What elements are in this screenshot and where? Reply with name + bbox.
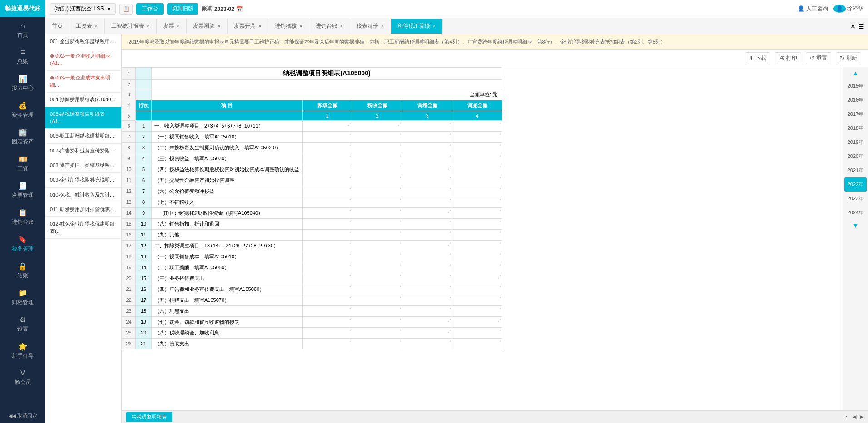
left-item-012[interactable]: 012-减免企业所得税优惠明细表(... bbox=[45, 217, 121, 239]
year-2020[interactable]: 2020年 bbox=[843, 149, 868, 163]
year-2024[interactable]: 2024年 bbox=[843, 206, 868, 220]
consultant-icon: 👤 bbox=[798, 5, 804, 12]
period-selector[interactable]: 账期 2023-02 📅 bbox=[202, 5, 243, 13]
refresh-button[interactable]: ↻ 刷新 bbox=[836, 52, 861, 64]
sidebar-item-closing[interactable]: 🔒 结账 bbox=[0, 257, 45, 284]
sidebar: 畅捷通易代账 ⌂ 首页 ≡ 总账 📊 报表中心 💰 资金管理 🏢 固定资产 💴 … bbox=[0, 0, 45, 423]
sidebar-item-ledger[interactable]: ≡ 总账 bbox=[0, 44, 45, 70]
ledger-icon: ≡ bbox=[20, 48, 25, 56]
year-down-button[interactable]: ▼ bbox=[843, 220, 868, 231]
left-item-002[interactable]: ⊗ 002-一般企业收入明细表(A1... bbox=[45, 49, 121, 71]
year-2021[interactable]: 2021年 bbox=[843, 163, 868, 177]
left-item-001[interactable]: 001-企业所得税年度纳税申... bbox=[45, 34, 121, 49]
col-a bbox=[136, 67, 152, 79]
right-side: 2019年度涉及取以前年度继续数据的申报表单元格需要手工维护正确，才能保证本年及… bbox=[122, 34, 868, 423]
left-item-008[interactable]: 008-资产折旧、摊销及纳税... bbox=[45, 158, 121, 173]
sidebar-item-capital[interactable]: 💰 资金管理 bbox=[0, 97, 45, 123]
app-logo[interactable]: 畅捷通易代账 bbox=[0, 0, 45, 17]
sidebar-item-member[interactable]: V 畅会员 bbox=[0, 364, 45, 391]
scroll-right[interactable]: ▶ bbox=[860, 414, 863, 420]
tab-invoice-calc[interactable]: 发票测算 ✕ bbox=[187, 19, 228, 34]
consultant-button[interactable]: 👤 人工咨询 bbox=[798, 5, 828, 13]
unfix-button[interactable]: ◀◀ 取消固定 bbox=[9, 413, 37, 419]
newguide-icon: 🌟 bbox=[18, 342, 27, 351]
tab-close-income-tax[interactable]: ✕ bbox=[432, 24, 436, 29]
sidebar-item-newguide[interactable]: 🌟 新手引导 bbox=[0, 338, 45, 364]
bottom-tab-main[interactable]: 纳税调整明细表 bbox=[126, 412, 172, 422]
year-2019[interactable]: 2019年 bbox=[843, 135, 868, 149]
tab-close-tax-clearance[interactable]: ✕ bbox=[381, 24, 384, 29]
copy-button[interactable]: 📋 bbox=[119, 4, 133, 15]
table-row: 15 10 （八）销售折扣、折让和退回 bbox=[122, 218, 502, 229]
tab-tax-clearance[interactable]: 税表清册 ✕ bbox=[350, 19, 391, 34]
tab-close-invoice-calc[interactable]: ✕ bbox=[217, 24, 221, 29]
left-item-007[interactable]: 007-广告费和业务宣传费附... bbox=[45, 144, 121, 158]
year-2016[interactable]: 2016年 bbox=[843, 93, 868, 107]
left-item-005[interactable]: 005-纳税调整项目明细表(A1... bbox=[45, 107, 121, 129]
left-item-011[interactable]: 011-研发费用加计扣除优惠... bbox=[45, 202, 121, 217]
tab-payroll[interactable]: 工资表 ✕ bbox=[69, 19, 105, 34]
left-item-009[interactable]: 009-企业所得税附补充说明... bbox=[45, 173, 121, 187]
tab-close-import-detail[interactable]: ✕ bbox=[299, 24, 303, 29]
tab-income-tax[interactable]: 所得税汇算缴 ✕ bbox=[391, 19, 443, 34]
year-2017[interactable]: 2017年 bbox=[843, 107, 868, 121]
archive-icon: 📁 bbox=[18, 289, 27, 297]
tab-invoice[interactable]: 发票 ✕ bbox=[157, 19, 187, 34]
download-button[interactable]: ⬇ 下载 bbox=[745, 52, 770, 64]
tab-close-all[interactable]: ✕ bbox=[850, 23, 856, 30]
left-item-003[interactable]: ⊗ 003-一般企业成本支出明细... bbox=[45, 71, 121, 93]
table-row: 16 11 （九）其他 bbox=[122, 229, 502, 240]
tab-close-import-ledger[interactable]: ✕ bbox=[340, 24, 343, 29]
table-row: 20 15 （三）业务招待费支出 * bbox=[122, 273, 502, 284]
sidebar-item-fixed-assets[interactable]: 🏢 固定资产 bbox=[0, 123, 45, 150]
table-row: 6 1 一、收入类调整项目（2+3+4+5+6+7+8+10+11） * * bbox=[122, 120, 502, 131]
spreadsheet-container[interactable]: 1 纳税调整项目明细表(A105000) 2 bbox=[122, 67, 843, 411]
tab-payroll-stat[interactable]: 工资统计报表 ✕ bbox=[105, 19, 157, 34]
table-row: 25 20 （八）税收滞纳金、加收利息 * bbox=[122, 327, 502, 338]
fixed-assets-icon: 🏢 bbox=[18, 128, 27, 137]
sidebar-item-report[interactable]: 📊 报表中心 bbox=[0, 70, 45, 97]
table-row: 14 9 其中：专项用途财政性资金（填写A105040） * bbox=[122, 207, 502, 218]
left-item-010[interactable]: 010-免税、减计收入及加计... bbox=[45, 188, 121, 202]
tab-import-ledger[interactable]: 进销台账 ✕ bbox=[309, 19, 350, 34]
year-2015[interactable]: 2015年 bbox=[843, 79, 868, 93]
sidebar-item-settings[interactable]: ⚙ 设置 bbox=[0, 311, 45, 338]
tab-close-payroll[interactable]: ✕ bbox=[94, 24, 98, 29]
scroll-left[interactable]: ◀ bbox=[853, 414, 856, 420]
dropdown-icon: ▼ bbox=[106, 6, 112, 12]
tab-close-payroll-stat[interactable]: ✕ bbox=[146, 24, 150, 29]
print-icon: 🖨 bbox=[779, 55, 784, 61]
year-up-button[interactable]: ▲ bbox=[843, 67, 868, 79]
print-button[interactable]: 🖨 打印 bbox=[775, 52, 801, 64]
bottom-tabbar: 纳税调整明细表 ⋮ ◀ ▶ bbox=[122, 410, 868, 423]
switch-old-button[interactable]: 切到旧版 bbox=[167, 3, 198, 15]
sidebar-item-home[interactable]: ⌂ 首页 bbox=[0, 17, 45, 44]
year-2023[interactable]: 2023年 bbox=[843, 192, 868, 206]
topbar-right: 👤 人工咨询 👤 徐泽华 bbox=[798, 5, 863, 13]
sidebar-item-payroll[interactable]: 💴 工资 bbox=[0, 150, 45, 177]
tab-controls: ✕ ☰ bbox=[847, 23, 868, 30]
sidebar-bottom: ◀◀ 取消固定 bbox=[0, 409, 45, 423]
sidebar-item-invoice-mgmt[interactable]: 🧾 发票管理 bbox=[0, 177, 45, 204]
year-2018[interactable]: 2018年 bbox=[843, 121, 868, 135]
workbench-button[interactable]: 工作台 bbox=[136, 3, 164, 15]
tab-menu-icon[interactable]: ☰ bbox=[858, 23, 864, 30]
tab-close-invoice-open[interactable]: ✕ bbox=[258, 24, 262, 29]
reset-button[interactable]: ↺ 重置 bbox=[806, 52, 831, 64]
user-menu[interactable]: 👤 徐泽华 bbox=[833, 5, 863, 13]
tab-close-invoice[interactable]: ✕ bbox=[176, 24, 180, 29]
year-2022[interactable]: 2022年 bbox=[844, 177, 867, 192]
sidebar-item-tax[interactable]: 🔖 税务管理 bbox=[0, 231, 45, 257]
table-row: 24 19 （七）罚金、罚款和被没收财物的损失 * * bbox=[122, 316, 502, 327]
tab-home[interactable]: 首页 bbox=[45, 19, 69, 34]
company-selector[interactable]: (物副) 江西股空-LSS ▼ bbox=[50, 3, 116, 15]
tab-import-detail[interactable]: 进销稽核 ✕ bbox=[268, 19, 309, 34]
sidebar-item-import-ledger[interactable]: 📋 进销台账 bbox=[0, 204, 45, 231]
left-item-004[interactable]: 004-期间费用明细表(A1040... bbox=[45, 93, 121, 107]
sidebar-item-archive[interactable]: 📁 归档管理 bbox=[0, 284, 45, 311]
left-item-006[interactable]: 006-职工薪酬纳税调整明细... bbox=[45, 129, 121, 143]
calendar-icon: 📅 bbox=[236, 6, 243, 12]
spreadsheet-wrapper: 1 纳税调整项目明细表(A105000) 2 bbox=[122, 67, 868, 411]
download-icon: ⬇ bbox=[749, 55, 754, 61]
tab-invoice-open[interactable]: 发票开具 ✕ bbox=[228, 19, 268, 34]
